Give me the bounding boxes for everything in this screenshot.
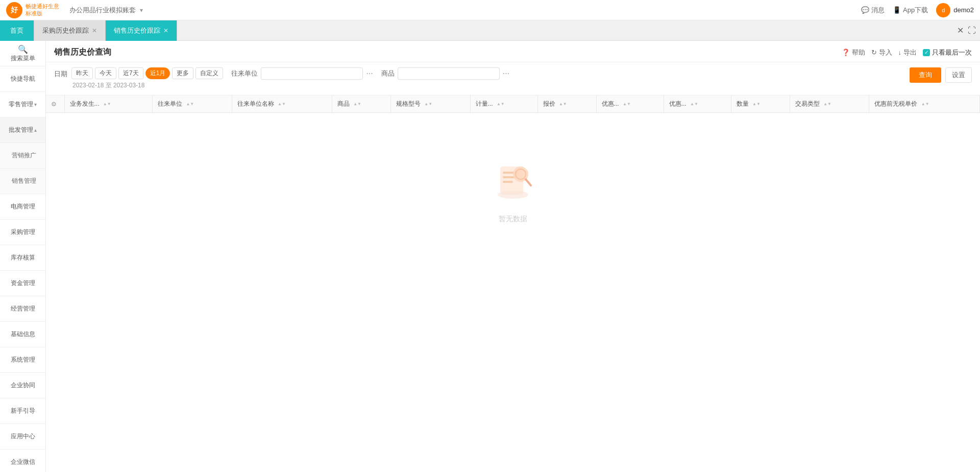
- tab-home[interactable]: 首页: [0, 20, 34, 41]
- show-latest-label: 只看最后一次: [932, 48, 972, 57]
- sidebar-search-label: 搜索菜单: [11, 54, 35, 63]
- export-icon: ↓: [898, 49, 902, 56]
- sidebar: 🔍 搜索菜单 快捷导航 零售管理 ▾ 批发管理 ▴ 营销推广 销售管理 电商管理…: [0, 41, 46, 472]
- topbar-left: 好 畅捷通好生意 标准版 办公用品行业模拟账套 ▾: [6, 2, 143, 18]
- date-btn-more[interactable]: 更多: [172, 67, 193, 79]
- sidebar-item-operation[interactable]: 经营管理: [0, 296, 45, 322]
- product-filter-dots[interactable]: ···: [503, 69, 509, 78]
- tab-purchase-close-icon[interactable]: ✕: [92, 27, 97, 34]
- col-settings: ⚙: [46, 96, 64, 113]
- app-download-button[interactable]: 📱 App下载: [893, 6, 928, 15]
- col-partner-code: 往来单位 ▲▼: [153, 96, 232, 113]
- sort-partner-name-icon[interactable]: ▲▼: [278, 102, 286, 106]
- table-header: ⚙ 业务发生... ▲▼ 往来单位 ▲▼ 往来单位名称 ▲▼: [46, 96, 980, 113]
- empty-illustration: [487, 154, 538, 206]
- tab-home-label: 首页: [10, 26, 23, 35]
- main-layout: 🔍 搜索菜单 快捷导航 零售管理 ▾ 批发管理 ▴ 营销推广 销售管理 电商管理…: [0, 41, 980, 472]
- sidebar-guide-label: 新手引导: [11, 407, 35, 415]
- sort-price-icon[interactable]: ▲▼: [559, 102, 567, 106]
- sidebar-item-wholesale[interactable]: 批发管理 ▴: [0, 117, 45, 143]
- date-btn-1month[interactable]: 近1月: [145, 67, 170, 79]
- settings-button[interactable]: 设置: [945, 67, 972, 83]
- sort-product-icon[interactable]: ▲▼: [353, 102, 361, 106]
- product-filter-input[interactable]: [398, 67, 500, 80]
- date-btn-today[interactable]: 今天: [95, 67, 116, 79]
- date-btn-custom[interactable]: 自定义: [195, 67, 223, 79]
- export-button[interactable]: ↓ 导出: [898, 48, 917, 57]
- col-spec: 规格型号 ▲▼: [390, 96, 470, 113]
- date-filter-label: 日期: [54, 67, 67, 79]
- sort-trade-type-icon[interactable]: ▲▼: [823, 102, 831, 106]
- logo-text: 畅捷通好生意 标准版: [26, 3, 59, 16]
- content-area: 销售历史价查询 ❓ 帮助 ↻ 导入 ↓ 导出 只看最后一次: [46, 41, 980, 472]
- col-partner-name: 往来单位名称 ▲▼: [232, 96, 332, 113]
- query-button[interactable]: 查询: [910, 67, 941, 83]
- message-icon: 💬: [861, 6, 869, 14]
- fullscreen-icon[interactable]: ⛶: [968, 26, 976, 35]
- table-settings-icon[interactable]: ⚙: [51, 101, 57, 108]
- sidebar-item-system[interactable]: 系统管理: [0, 347, 45, 373]
- sidebar-item-search[interactable]: 🔍 搜索菜单: [0, 41, 45, 66]
- col-price: 报价 ▲▼: [537, 96, 596, 113]
- svg-rect-4: [503, 181, 513, 183]
- date-btn-yesterday[interactable]: 昨天: [71, 67, 93, 79]
- sidebar-item-finance[interactable]: 资金管理: [0, 271, 45, 296]
- dropdown-icon[interactable]: ▾: [140, 7, 143, 14]
- sort-biz-date-icon[interactable]: ▲▼: [103, 102, 111, 106]
- col-discount2: 优惠... ▲▼: [664, 96, 731, 113]
- partner-filter-group: 往来单位 ···: [231, 67, 373, 80]
- search-icon: 🔍: [18, 44, 28, 54]
- close-tab-icon[interactable]: ✕: [957, 26, 964, 35]
- sidebar-item-ecommerce[interactable]: 电商管理: [0, 194, 45, 220]
- product-filter-group: 商品 ···: [381, 67, 509, 80]
- sidebar-system-label: 系统管理: [11, 356, 35, 364]
- sidebar-item-quick-nav[interactable]: 快捷导航: [0, 66, 45, 92]
- table-header-row: ⚙ 业务发生... ▲▼ 往来单位 ▲▼ 往来单位名称 ▲▼: [46, 96, 980, 113]
- sidebar-item-base-info[interactable]: 基础信息: [0, 322, 45, 347]
- sidebar-item-marketing[interactable]: 营销推广: [0, 143, 45, 169]
- partner-filter-dots[interactable]: ···: [366, 69, 373, 78]
- filter-dates: 昨天 今天 近7天 近1月 更多 自定义 2023-02-18 至 2023-0…: [71, 67, 223, 90]
- message-button[interactable]: 💬 消息: [861, 6, 885, 15]
- sidebar-item-guide[interactable]: 新手引导: [0, 398, 45, 424]
- sort-quantity-icon[interactable]: ▲▼: [752, 102, 761, 106]
- sort-spec-icon[interactable]: ▲▼: [424, 102, 432, 106]
- page-actions: ❓ 帮助 ↻ 导入 ↓ 导出 只看最后一次: [842, 48, 972, 57]
- show-latest-checkbox[interactable]: [923, 49, 930, 56]
- col-biz-date: 业务发生... ▲▼: [64, 96, 153, 113]
- sidebar-baseinfo-label: 基础信息: [11, 330, 35, 339]
- sidebar-wholesale-label: 批发管理: [9, 126, 33, 134]
- sidebar-operation-label: 经营管理: [11, 304, 35, 313]
- sidebar-item-inventory[interactable]: 库存核算: [0, 245, 45, 271]
- partner-filter-input[interactable]: [261, 67, 363, 80]
- tab-sales-history-label: 销售历史价跟踪: [114, 26, 160, 35]
- wholesale-arrow-icon: ▴: [34, 127, 37, 133]
- topbar: 好 畅捷通好生意 标准版 办公用品行业模拟账套 ▾ 💬 消息 📱 App下载 d…: [0, 0, 980, 20]
- help-button[interactable]: ❓ 帮助: [842, 48, 865, 57]
- sort-discount1-icon[interactable]: ▲▼: [623, 102, 631, 106]
- sidebar-item-enterprise[interactable]: 企业协同: [0, 373, 45, 398]
- tab-purchase-history[interactable]: 采购历史价跟踪 ✕: [34, 20, 106, 41]
- sort-pretax-price-icon[interactable]: ▲▼: [921, 102, 929, 106]
- date-filter-group: 日期 昨天 今天 近7天 近1月 更多 自定义 2023-02-18 至 202…: [54, 67, 223, 90]
- sidebar-item-app-center[interactable]: 应用中心: [0, 424, 45, 450]
- date-btn-7days[interactable]: 近7天: [118, 67, 143, 79]
- sidebar-item-retail[interactable]: 零售管理 ▾: [0, 92, 45, 117]
- sort-discount2-icon[interactable]: ▲▼: [690, 102, 698, 106]
- partner-filter-label: 往来单位: [231, 69, 258, 78]
- tab-sales-history[interactable]: 销售历史价跟踪 ✕: [106, 20, 177, 41]
- tab-sales-close-icon[interactable]: ✕: [163, 27, 168, 34]
- import-button[interactable]: ↻ 导入: [871, 48, 892, 57]
- product-filter-label: 商品: [381, 69, 395, 78]
- user-area[interactable]: d demo2: [936, 3, 974, 17]
- page-title: 销售历史价查询: [54, 47, 111, 58]
- sidebar-purchase-label: 采购管理: [11, 228, 35, 237]
- sidebar-item-purchase[interactable]: 采购管理: [0, 220, 45, 245]
- sidebar-item-corp-wechat[interactable]: 企业微信: [0, 450, 45, 472]
- sort-partner-code-icon[interactable]: ▲▼: [186, 102, 194, 106]
- sidebar-appcenter-label: 应用中心: [11, 432, 35, 441]
- retail-arrow-icon: ▾: [34, 102, 37, 107]
- sidebar-marketing-label: 营销推广: [12, 151, 36, 160]
- sort-unit-icon[interactable]: ▲▼: [497, 102, 505, 106]
- sidebar-item-sales-mgmt[interactable]: 销售管理: [0, 169, 45, 194]
